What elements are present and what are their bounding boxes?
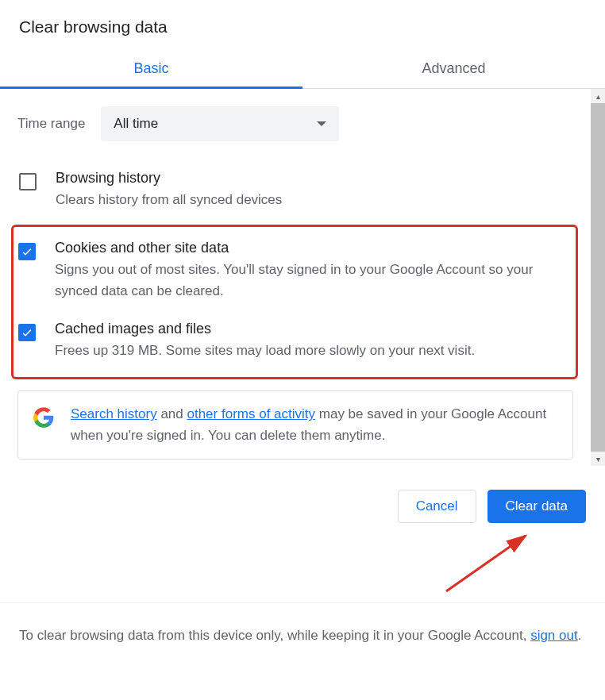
- clear-data-button[interactable]: Clear data: [487, 490, 586, 523]
- footer-note: To clear browsing data from this device …: [0, 602, 605, 665]
- option-cookies: Cookies and other site data Signs you ou…: [17, 235, 572, 316]
- time-range-select[interactable]: All time: [101, 106, 339, 141]
- scrollbar[interactable]: ▴ ▾: [591, 89, 605, 466]
- time-range-row: Time range All time: [17, 106, 573, 141]
- option-title: Browsing history: [56, 170, 573, 187]
- dialog-title: Clear browsing data: [0, 0, 605, 49]
- dialog-buttons: Cancel Clear data: [0, 466, 605, 539]
- time-range-value: All time: [114, 116, 158, 132]
- option-cache: Cached images and files Frees up 319 MB.…: [17, 316, 572, 375]
- link-other-activity[interactable]: other forms of activity: [187, 406, 315, 421]
- cancel-button[interactable]: Cancel: [398, 490, 476, 523]
- option-desc: Clears history from all synced devices: [56, 190, 573, 210]
- tab-basic[interactable]: Basic: [0, 49, 302, 88]
- annotation-arrow-icon: [438, 528, 541, 599]
- svg-line-0: [446, 536, 526, 591]
- scroll-thumb[interactable]: [591, 103, 605, 452]
- annotation-highlight-box: Cookies and other site data Signs you ou…: [11, 225, 578, 379]
- option-desc: Signs you out of most sites. You'll stay…: [55, 260, 572, 302]
- option-title: Cookies and other site data: [55, 240, 572, 256]
- option-desc: Frees up 319 MB. Some sites may load mor…: [55, 340, 572, 361]
- tabs: Basic Advanced: [0, 49, 605, 89]
- chevron-down-icon: [317, 121, 326, 126]
- scroll-down-icon[interactable]: ▾: [591, 452, 605, 466]
- option-browsing-history: Browsing history Clears history from all…: [17, 165, 573, 225]
- option-title: Cached images and files: [55, 321, 572, 337]
- link-search-history[interactable]: Search history: [71, 406, 157, 421]
- scrollable-content: Time range All time Browsing history Cle…: [0, 89, 605, 466]
- info-text: Search history and other forms of activi…: [71, 404, 558, 446]
- time-range-label: Time range: [17, 116, 85, 132]
- google-logo-icon: [33, 406, 55, 429]
- scroll-up-icon[interactable]: ▴: [591, 89, 605, 103]
- google-account-info: Search history and other forms of activi…: [17, 390, 573, 460]
- checkbox-browsing-history[interactable]: [19, 173, 37, 190]
- link-sign-out[interactable]: sign out: [530, 628, 578, 643]
- checkbox-cookies[interactable]: [18, 243, 36, 260]
- tab-advanced[interactable]: Advanced: [302, 49, 605, 88]
- clear-browsing-data-dialog: Clear browsing data Basic Advanced Time …: [0, 0, 605, 665]
- checkbox-cache[interactable]: [18, 324, 36, 341]
